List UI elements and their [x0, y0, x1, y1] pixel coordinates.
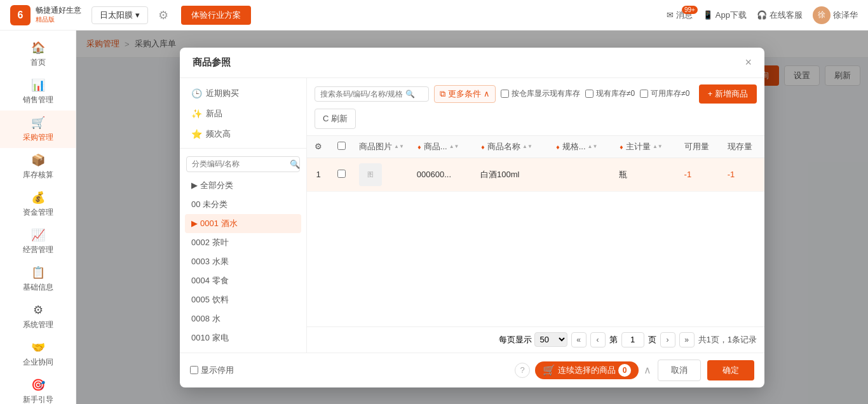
col-check[interactable] — [330, 136, 353, 158]
home-icon: 🏠 — [31, 41, 45, 55]
sidebar-item-finance[interactable]: 💰 资金管理 — [0, 185, 76, 223]
cart-count: 0 — [618, 364, 631, 377]
refresh-button[interactable]: C 刷新 — [315, 109, 356, 129]
sidebar-item-purchase[interactable]: 🛒 采购管理 — [0, 111, 76, 148]
sidebar-label: 首页 — [31, 57, 46, 68]
category-snacks[interactable]: 0004 零食 — [185, 271, 301, 290]
cancel-button[interactable]: 取消 — [658, 360, 701, 381]
sort-icon: ▲▼ — [653, 144, 663, 149]
modal-close-button[interactable]: × — [745, 57, 752, 68]
sort-flag: ⬧ — [555, 142, 560, 151]
category-all[interactable]: ▶ 全部分类 — [185, 176, 301, 195]
prev-page-button[interactable]: ‹ — [590, 332, 606, 347]
modal-title: 商品参照 — [193, 57, 231, 69]
chevron-up-icon: ∧ — [484, 89, 490, 98]
nonzero-available-checkbox[interactable]: 可用库存≠0 — [640, 88, 689, 99]
row-checkbox-cell[interactable] — [330, 158, 353, 191]
category-list: ▶ 全部分类 00 未分类 ▶ 0001 酒水 0002 茶 — [180, 176, 306, 347]
modal-header: 商品参照 × — [180, 48, 764, 78]
col-unit-header[interactable]: ⬧ 主计量 ▲▼ — [613, 136, 678, 158]
category-alcohol[interactable]: ▶ 0001 酒水 — [185, 214, 301, 233]
col-code-header[interactable]: ⬧ 商品... ▲▼ — [410, 136, 474, 158]
collapse-icon[interactable]: ∧ — [644, 364, 651, 376]
sidebar-item-inventory[interactable]: 📦 库存核算 — [0, 148, 76, 185]
page-number-input[interactable] — [621, 332, 644, 347]
cart-icon: 🛒 — [543, 364, 555, 376]
modal-pagination: 每页显示 50 10 20 100 « ‹ 第 — [307, 327, 764, 353]
recent-purchase-tab[interactable]: 🕒 近期购买 — [185, 83, 301, 104]
category-appliances[interactable]: 0010 家电 — [185, 328, 301, 347]
sidebar-label: 基础信息 — [23, 282, 53, 293]
nonzero-inventory-input[interactable] — [585, 90, 593, 98]
cart-button[interactable]: 🛒 连续选择的商品 0 — [535, 361, 639, 379]
sidebar-item-sales[interactable]: 📊 销售管理 — [0, 73, 76, 111]
page-size-select[interactable]: 每页显示 50 10 20 100 — [499, 332, 567, 347]
show-disabled-checkbox[interactable]: 显示停用 — [190, 365, 234, 376]
nav-selector[interactable]: 日太阳膜 ▾ — [92, 6, 148, 24]
user-avatar[interactable]: 徐 徐泽华 — [813, 6, 858, 24]
sidebar-label: 企业协同 — [23, 357, 53, 368]
notification-item[interactable]: ✉ 消息 99+ — [667, 10, 693, 21]
app-download-item[interactable]: 📱 App下载 — [703, 10, 747, 21]
notification-badge: 99+ — [682, 6, 698, 14]
category-water[interactable]: 0008 水 — [185, 309, 301, 328]
online-service-item[interactable]: 🎧 在线客服 — [757, 10, 803, 21]
select-all-checkbox[interactable] — [337, 142, 346, 150]
product-search-box[interactable]: 🔍 — [315, 86, 429, 102]
category-fruit[interactable]: 0003 水果 — [185, 252, 301, 271]
purchase-icon: 🛒 — [31, 116, 45, 130]
new-products-tab[interactable]: ✨ 新品 — [185, 104, 301, 124]
row-code-cell: 000600... — [410, 158, 474, 191]
content-area: 采购管理 > 采购入库单 查询 设置 刷新 商品参照 × — [76, 30, 868, 404]
product-search-input[interactable] — [320, 90, 403, 98]
sidebar-item-enterprise[interactable]: 🤝 企业协同 — [0, 335, 76, 373]
col-stock-header: 现存量 — [721, 136, 764, 158]
row-image-cell: 图 — [353, 158, 410, 191]
page-size-dropdown[interactable]: 50 10 20 100 — [534, 332, 567, 347]
trial-button[interactable]: 体验行业方案 — [181, 6, 251, 25]
show-inventory-checkbox[interactable]: 按仓库显示现有库存 — [501, 88, 580, 99]
help-button[interactable]: ? — [515, 363, 530, 378]
frequent-tab[interactable]: ⭐ 频次高 — [185, 124, 301, 144]
filter-button[interactable]: ⧉ 更多条件 ∧ — [434, 85, 496, 103]
cart-label: 连续选择的商品 — [558, 365, 616, 376]
confirm-button[interactable]: 确定 — [707, 360, 754, 380]
show-inventory-input[interactable] — [501, 90, 509, 98]
new-icon: ✨ — [191, 109, 202, 119]
sidebar-label: 资金管理 — [23, 207, 53, 218]
info-icon: 📋 — [31, 266, 45, 279]
next-page-button[interactable]: › — [660, 332, 675, 347]
nonzero-inventory-checkbox[interactable]: 现有库存≠0 — [585, 88, 635, 99]
guide-icon: 🎯 — [31, 378, 45, 392]
col-name-header[interactable]: ⬧ 商品名称 ▲▼ — [474, 136, 549, 158]
sidebar-item-basic-info[interactable]: 📋 基础信息 — [0, 260, 76, 298]
enterprise-icon: 🤝 — [31, 340, 45, 354]
sidebar-item-guide[interactable]: 🎯 新手引导 — [0, 373, 76, 404]
category-beverages[interactable]: 0005 饮料 — [185, 290, 301, 309]
add-product-button[interactable]: + 新增商品 — [699, 84, 757, 104]
table-row[interactable]: 1 图 000600... 白酒100ml — [307, 158, 764, 191]
left-tabs: 🕒 近期购买 ✨ 新品 ⭐ 频次高 — [180, 83, 306, 144]
arrow-icon: ▶ — [191, 219, 198, 228]
sidebar-item-home[interactable]: 🏠 首页 — [0, 36, 76, 73]
headset-icon: 🎧 — [757, 10, 767, 20]
first-page-button[interactable]: « — [571, 332, 587, 347]
modal-overlay: 商品参照 × 🕒 近期购买 ✨ 新 — [76, 30, 868, 404]
col-spec-header[interactable]: ⬧ 规格... ▲▼ — [549, 136, 613, 158]
category-search-input[interactable] — [192, 159, 287, 168]
modal-right-panel: 🔍 ⧉ 更多条件 ∧ 按仓库显示现有库存 — [307, 78, 764, 353]
category-search[interactable]: 🔍 — [186, 156, 300, 172]
category-uncategorized[interactable]: 00 未分类 — [185, 195, 301, 214]
gear-icon[interactable]: ⚙ — [153, 5, 173, 25]
sidebar-label: 经营管理 — [23, 245, 53, 255]
nonzero-available-input[interactable] — [640, 90, 648, 98]
filter-icon: ⧉ — [440, 89, 445, 99]
col-gear[interactable]: ⚙ — [307, 136, 330, 158]
sidebar-item-operations[interactable]: 📈 经营管理 — [0, 223, 76, 260]
category-tea[interactable]: 0002 茶叶 — [185, 233, 301, 252]
show-disabled-input[interactable] — [190, 366, 198, 374]
row-checkbox[interactable] — [337, 170, 346, 178]
last-page-button[interactable]: » — [679, 332, 695, 347]
sort-flag: ⬧ — [619, 142, 624, 151]
sidebar-item-system[interactable]: ⚙ 系统管理 — [0, 298, 76, 335]
